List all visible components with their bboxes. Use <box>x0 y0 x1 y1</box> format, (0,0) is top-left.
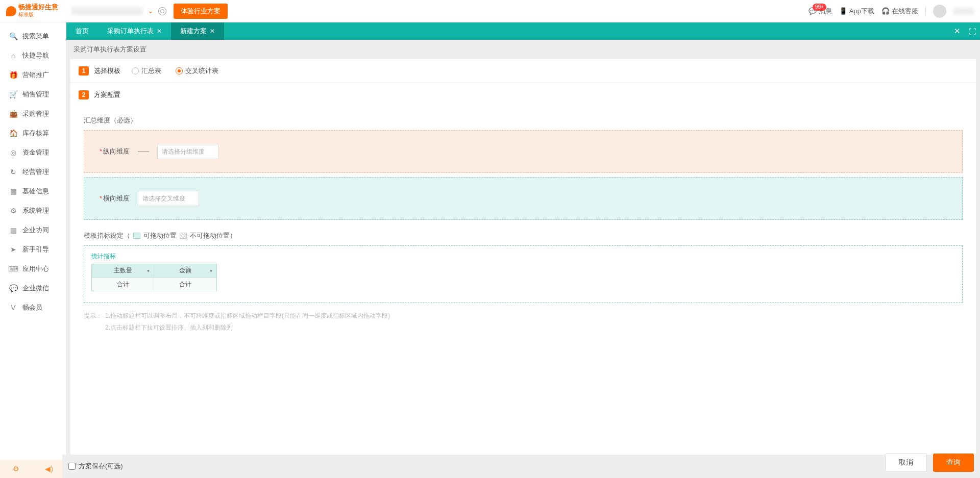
headset-icon: 🎧 <box>881 7 890 15</box>
user-avatar[interactable] <box>933 5 946 18</box>
support-link[interactable]: 🎧 在线客服 <box>881 7 918 16</box>
messages-link[interactable]: 💬 99+ 消息 <box>808 7 832 16</box>
brand-logo: 畅捷通好生意 标准版 <box>6 4 66 18</box>
org-name <box>71 7 143 15</box>
trial-button[interactable]: 体验行业方案 <box>174 4 228 19</box>
settings-icon[interactable] <box>158 7 166 15</box>
org-selector[interactable]: ⌄ <box>71 7 158 15</box>
app-header: 畅捷通好生意 标准版 ⌄ 体验行业方案 💬 99+ 消息 📱 App下载 🎧 在… <box>0 0 980 22</box>
message-badge: 99+ <box>813 4 826 11</box>
brand-edition: 标准版 <box>18 11 58 18</box>
app-download-label: App下载 <box>849 7 874 16</box>
app-download-link[interactable]: 📱 App下载 <box>839 7 874 16</box>
brand-name: 畅捷通好生意 <box>18 4 58 10</box>
support-label: 在线客服 <box>892 7 918 16</box>
brand-icon <box>6 6 16 16</box>
header-actions: 💬 99+ 消息 📱 App下载 🎧 在线客服 <box>808 5 974 18</box>
divider <box>925 7 926 16</box>
user-name <box>953 8 974 15</box>
phone-icon: 📱 <box>839 7 847 15</box>
chevron-down-icon: ⌄ <box>148 8 153 15</box>
